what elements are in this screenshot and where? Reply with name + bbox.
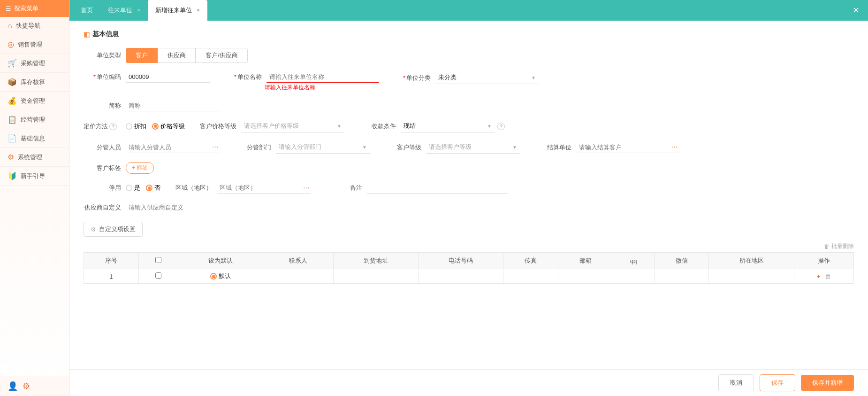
custom-setting-button[interactable]: ⚙ 自定义项设置: [84, 222, 143, 237]
section-title: ◧ 基本信息: [84, 30, 854, 39]
th-phone: 电话号码: [418, 253, 503, 269]
td-contact: [263, 269, 333, 284]
disable-region-row: 停用 是 否 区域（地区） ···: [84, 182, 854, 194]
unit-name-input[interactable]: [266, 71, 379, 83]
basic-icon: 📄: [8, 134, 17, 143]
payment-help-icon[interactable]: ?: [497, 123, 505, 130]
sidebar-item-label: 快捷导航: [16, 22, 40, 30]
dropdown-arrow-payment: ▼: [487, 124, 492, 129]
pricing-discount-radio[interactable]: [126, 123, 132, 130]
sidebar-item-finance[interactable]: 💰 资金管理: [0, 92, 69, 110]
pricing-help-icon[interactable]: ?: [109, 123, 117, 130]
th-contact: 联系人: [263, 253, 333, 269]
pricing-radio-group: 折扣 价格等级: [126, 122, 185, 131]
payment-select[interactable]: 现结 ▼: [401, 120, 495, 132]
sidebar-search[interactable]: ☰ 搜索菜单: [0, 0, 69, 17]
sidebar-item-quick-nav[interactable]: ⌂ 快捷导航: [0, 17, 69, 35]
th-fax: 传真: [503, 253, 558, 269]
add-tag-button[interactable]: + 标签: [126, 162, 154, 174]
tag-label: 客户标签: [84, 164, 121, 172]
sidebar-item-purchase[interactable]: 🛒 采购管理: [0, 54, 69, 73]
settlement-field: 结算单位 ···: [534, 142, 679, 153]
tab-new-partner-close[interactable]: ×: [197, 7, 200, 14]
abbreviation-field: 简称: [84, 100, 854, 111]
select-all-checkbox[interactable]: [155, 257, 161, 263]
unit-code-field: *单位编码: [84, 71, 210, 83]
main-area: 首页 往来单位 × 新增往来单位 × ✕ ◧ 基本信息 单位类型 客户 供应商 …: [69, 0, 868, 396]
batch-delete-area: 🗑 批量删除: [84, 242, 854, 250]
sidebar-item-inventory[interactable]: 📦 库存核算: [0, 73, 69, 92]
remark-input[interactable]: [367, 182, 508, 194]
unit-category-field: *单位分类 未分类 ▼: [393, 71, 539, 84]
abbreviation-input[interactable]: [126, 100, 220, 111]
pricing-field: 定价方法 ? 折扣 价格等级: [84, 122, 185, 131]
region-input[interactable]: [217, 182, 301, 193]
unit-type-both-btn[interactable]: 客户/供应商: [196, 48, 248, 63]
disable-no-option[interactable]: 否: [146, 184, 160, 192]
unit-type-customer-btn[interactable]: 客户: [126, 48, 158, 63]
sidebar-item-operations[interactable]: 📋 经营管理: [0, 110, 69, 129]
customer-level-select[interactable]: 请选择客户等级 ▼: [426, 141, 520, 154]
tab-bar-close-button[interactable]: ✕: [848, 5, 864, 16]
user-icon[interactable]: 👤: [8, 381, 18, 391]
tag-row: 客户标签 + 标签: [84, 162, 854, 174]
payment-value: 现结: [404, 122, 485, 130]
gear-icon: ⚙: [91, 226, 96, 233]
save-new-button[interactable]: 保存并新增: [801, 375, 854, 391]
pricing-level-radio[interactable]: [152, 123, 159, 130]
pricing-level-option[interactable]: 价格等级: [152, 122, 185, 131]
sidebar-search-label: 搜索菜单: [14, 4, 38, 13]
tab-new-partner[interactable]: 新增往来单位 ×: [148, 0, 207, 21]
department-select[interactable]: 请输入分管部门 ▼: [276, 141, 370, 154]
unit-code-input[interactable]: [126, 71, 210, 83]
row-checkbox[interactable]: [155, 272, 161, 279]
disable-no-radio[interactable]: [146, 185, 152, 191]
abbreviation-label: 简称: [84, 101, 121, 110]
sidebar-item-label: 经营管理: [21, 116, 45, 124]
unit-category-select[interactable]: 未分类 ▼: [435, 71, 539, 84]
remark-label: 备注: [325, 184, 362, 192]
batch-delete-label[interactable]: 批量删除: [831, 242, 854, 250]
tab-home[interactable]: 首页: [73, 0, 100, 21]
sidebar: ☰ 搜索菜单 ⌂ 快捷导航 ◎ 销售管理 🛒 采购管理 📦 库存核算 💰 资金管…: [0, 0, 69, 396]
default-radio-circle[interactable]: [210, 273, 217, 280]
cancel-button[interactable]: 取消: [718, 374, 754, 391]
manager-row: 分管人员 ··· 分管部门 请输入分管部门 ▼ 客户等级 请选择客户等级 ▼: [84, 141, 854, 154]
sidebar-item-label: 销售管理: [18, 40, 42, 49]
settlement-more-btn[interactable]: ···: [670, 143, 679, 151]
settlement-input[interactable]: [576, 142, 670, 153]
region-more-btn[interactable]: ···: [301, 184, 311, 192]
home-icon: ⌂: [8, 22, 12, 30]
unit-category-value: 未分类: [438, 73, 529, 82]
disable-field: 停用 是 否: [84, 184, 160, 192]
disable-yes-radio[interactable]: [126, 185, 132, 191]
td-location: [709, 269, 794, 284]
tab-partner-close[interactable]: ×: [137, 7, 140, 14]
manager-more-btn[interactable]: ···: [210, 143, 220, 151]
contacts-table: 序号 设为默认 联系人 到货地址 电话号码 传真 邮箱 qq 微信 所在地区 操…: [84, 252, 854, 284]
tab-partner[interactable]: 往来单位 ×: [100, 0, 148, 21]
customer-price-select[interactable]: 请选择客户价格等级 ▼: [241, 120, 344, 132]
inventory-icon: 📦: [8, 78, 17, 86]
sidebar-item-basic[interactable]: 📄 基础信息: [0, 129, 69, 148]
sidebar-item-guide[interactable]: 🔰 新手引导: [0, 167, 69, 186]
sidebar-item-sales[interactable]: ◎ 销售管理: [0, 35, 69, 54]
table-row: 1 默认: [84, 269, 854, 284]
unit-type-supplier-btn[interactable]: 供应商: [158, 48, 196, 63]
sidebar-item-label: 系统管理: [18, 153, 42, 162]
disable-no-label: 否: [154, 184, 160, 192]
save-button[interactable]: 保存: [760, 374, 795, 391]
set-default-radio[interactable]: 默认: [183, 272, 258, 280]
td-action: + 🗑: [794, 269, 853, 284]
disable-yes-option[interactable]: 是: [126, 184, 140, 192]
delete-row-btn[interactable]: 🗑: [825, 273, 831, 280]
custom-setting-label: 自定义项设置: [99, 225, 136, 233]
manager-input[interactable]: [126, 142, 210, 153]
settlement-label: 结算单位: [534, 143, 571, 152]
supplier-custom-input[interactable]: [126, 202, 220, 213]
add-row-btn[interactable]: +: [817, 273, 821, 280]
settings-icon[interactable]: ⚙: [23, 381, 30, 391]
sidebar-item-system[interactable]: ⚙ 系统管理: [0, 148, 69, 167]
pricing-discount-option[interactable]: 折扣: [126, 122, 146, 131]
customer-price-label: 客户价格等级: [199, 122, 236, 131]
